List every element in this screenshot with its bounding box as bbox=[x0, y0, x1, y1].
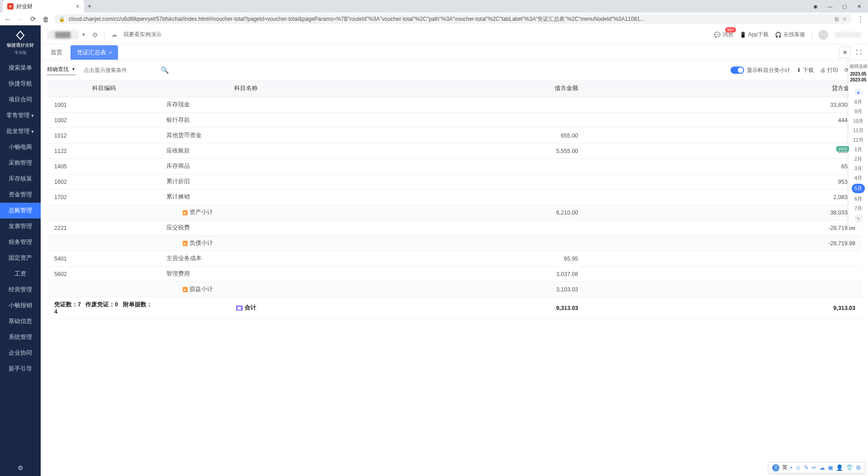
scroll-up-icon[interactable]: ▲ bbox=[854, 88, 863, 96]
minimize-button[interactable]: — bbox=[824, 1, 836, 11]
table-row[interactable]: 5602 管理费用 3,037.08 bbox=[47, 267, 862, 282]
messages-button[interactable]: 💬 消息 99+ bbox=[714, 31, 733, 38]
month-item[interactable]: 10月 bbox=[850, 116, 867, 126]
download-button[interactable]: ⬇ 下载 bbox=[797, 67, 814, 74]
search-icon[interactable]: 🔍 bbox=[160, 66, 169, 74]
sidebar-item[interactable]: 小畅电商 bbox=[0, 139, 41, 155]
table-row[interactable]: 1001 库存现金 33,830.98 bbox=[47, 97, 862, 113]
close-tab-icon[interactable]: × bbox=[109, 50, 112, 55]
account-icon[interactable]: ◉ bbox=[809, 1, 822, 11]
sidebar-item[interactable]: 搜索菜单 bbox=[0, 60, 41, 76]
table-row[interactable]: 1405 库存商品 65.95 bbox=[47, 159, 862, 174]
col-header-code[interactable]: 科目编码 bbox=[47, 80, 160, 97]
forward-button[interactable]: → bbox=[16, 15, 24, 23]
ime-cut-icon[interactable]: ✂ bbox=[811, 464, 816, 471]
scroll-down-icon[interactable]: ▼ bbox=[854, 214, 863, 223]
table-row[interactable]: 5401 主营业务成本 65.95 bbox=[47, 251, 862, 267]
table-row[interactable]: 1602 累计折旧 953.75 bbox=[47, 174, 862, 190]
ime-img-icon[interactable]: ▣ bbox=[828, 464, 833, 471]
month-item[interactable]: 1月2023 bbox=[850, 145, 867, 154]
period-start[interactable]: 2023.05 bbox=[850, 71, 866, 76]
sidebar-item[interactable]: 发票管理 bbox=[0, 219, 41, 234]
table-row[interactable]: 1122 应收账款 5,555.00 655.00 bbox=[47, 143, 862, 159]
col-header-name[interactable]: 科目名称 bbox=[160, 80, 332, 97]
menu-icon[interactable]: ⋮ bbox=[856, 15, 864, 23]
print-button[interactable]: 🖨 打印 bbox=[820, 67, 838, 74]
header-gear-icon[interactable]: ⚙ bbox=[92, 31, 98, 38]
service-button[interactable]: 🎧 在线客服 bbox=[775, 31, 805, 38]
month-item[interactable]: 4月 bbox=[850, 173, 867, 183]
ime-smile-icon[interactable]: ☺ bbox=[795, 464, 801, 471]
table-row[interactable]: ▸负债小计 -28,719.98 bbox=[47, 236, 862, 251]
ime-lang[interactable]: 英 bbox=[782, 464, 788, 471]
sidebar-item[interactable]: 零售管理▼ bbox=[0, 108, 41, 124]
ime-gear-icon[interactable]: ⚙ bbox=[856, 464, 861, 471]
search-input[interactable] bbox=[82, 65, 154, 75]
ime-user-icon[interactable]: 👤 bbox=[836, 464, 843, 471]
sidebar-item[interactable]: 资金管理 bbox=[0, 187, 41, 203]
toggle-switch[interactable] bbox=[731, 67, 744, 74]
ime-shirt-icon[interactable]: 👕 bbox=[846, 464, 853, 471]
precise-search-dropdown[interactable]: 精确查找 ▼ bbox=[47, 66, 75, 75]
month-item[interactable]: 3月 bbox=[850, 164, 867, 173]
subtotal-toggle[interactable]: 显示科目分类小计 bbox=[731, 67, 790, 74]
table-row[interactable]: 2221 应交税费 -28,719.98 bbox=[47, 220, 862, 236]
tab-voucher-summary[interactable]: 凭证汇总表 × bbox=[71, 45, 118, 60]
demo-link[interactable]: 我要看实例演示 bbox=[123, 31, 161, 38]
table-row[interactable]: 1012 其他货币资金 655.00 bbox=[47, 128, 862, 143]
ime-edit-icon[interactable]: ✎ bbox=[804, 464, 809, 471]
tab-home[interactable]: 首页 bbox=[44, 45, 69, 60]
address-bar[interactable]: 🔒 cloud.chanjet.com/cc/u6d89qwnryel/57bf… bbox=[54, 14, 852, 24]
ime-dot-icon[interactable]: • bbox=[790, 464, 793, 471]
sidebar-item[interactable]: 固定资产 bbox=[0, 250, 41, 266]
sidebar-item[interactable]: 基础信息 bbox=[0, 314, 41, 329]
period-end[interactable]: 2023.05 bbox=[850, 77, 866, 82]
sidebar-item[interactable]: 工资 bbox=[0, 266, 41, 282]
sidebar-item[interactable]: 采购管理 bbox=[0, 155, 41, 171]
ime-cloud-icon[interactable]: ☁ bbox=[819, 464, 825, 471]
month-item[interactable]: 2月 bbox=[850, 154, 867, 164]
user-name[interactable] bbox=[835, 32, 862, 38]
sidebar-item[interactable]: 库存核算 bbox=[0, 171, 41, 187]
ime-bar[interactable]: 王 英 • ☺ ✎ ✂ ☁ ▣ 👤 👕 ⚙ bbox=[768, 462, 865, 473]
settings-gear-icon[interactable]: ⚙ bbox=[18, 464, 24, 471]
table-row[interactable]: 1702 累计摊销 2,083.33 bbox=[47, 190, 862, 205]
table-row[interactable]: ▸资产小计 6,210.00 38,033.01 bbox=[47, 205, 862, 220]
company-selector[interactable]: ████ ▼ bbox=[47, 30, 86, 39]
download-button[interactable]: 📱 App下载 bbox=[740, 31, 769, 38]
reload-button[interactable]: ⟳ bbox=[29, 15, 37, 23]
month-item[interactable]: 11月 bbox=[850, 126, 867, 135]
sidebar-item[interactable]: 新手引导 bbox=[0, 361, 41, 377]
expand-icon[interactable]: ⛶ bbox=[853, 47, 864, 58]
month-item[interactable]: 9月 bbox=[850, 107, 867, 116]
sidebar-item[interactable]: 快捷导航 bbox=[0, 76, 41, 92]
month-item[interactable]: 8月 bbox=[850, 97, 867, 107]
month-item[interactable]: 7月 bbox=[850, 204, 867, 213]
back-button[interactable]: ← bbox=[4, 15, 12, 23]
close-window-button[interactable]: ✕ bbox=[853, 1, 865, 11]
month-item[interactable]: 5月 bbox=[852, 184, 865, 193]
star-icon[interactable]: ☆ bbox=[842, 16, 847, 22]
col-header-credit[interactable]: 贷方金额 bbox=[585, 80, 862, 97]
sidebar-item[interactable]: 经营管理 bbox=[0, 282, 41, 298]
table-row[interactable]: 1002 银行存款 444.00 bbox=[47, 113, 862, 128]
trash-icon[interactable]: 🗑 bbox=[42, 15, 50, 23]
sidebar-item[interactable]: 系统管理 bbox=[0, 329, 41, 345]
new-tab-button[interactable]: + bbox=[84, 2, 95, 10]
sidebar-item[interactable]: 税务管理 bbox=[0, 234, 41, 250]
maximize-button[interactable]: ▢ bbox=[838, 1, 851, 11]
sidebar-item[interactable]: 项目合同 bbox=[0, 92, 41, 108]
install-icon[interactable]: ⎘ bbox=[835, 16, 839, 23]
month-item[interactable]: 12月 bbox=[850, 135, 867, 145]
col-header-debit[interactable]: 借方金额 bbox=[332, 80, 585, 97]
sidebar-item[interactable]: 小畅报销 bbox=[0, 298, 41, 314]
month-item[interactable]: 6月 bbox=[850, 194, 867, 204]
sidebar-item[interactable]: 企业协同 bbox=[0, 345, 41, 361]
close-all-tabs-button[interactable]: ✕ bbox=[839, 47, 851, 58]
tab-close-icon[interactable]: × bbox=[76, 3, 80, 10]
avatar[interactable] bbox=[818, 30, 828, 40]
sidebar-item[interactable]: 批发管理▼ bbox=[0, 124, 41, 139]
browser-tab[interactable]: ● 好业财 × bbox=[3, 0, 84, 13]
sidebar-item[interactable]: 总账管理 bbox=[0, 203, 41, 219]
table-row[interactable]: ▸损益小计 3,103.03 bbox=[47, 282, 862, 297]
